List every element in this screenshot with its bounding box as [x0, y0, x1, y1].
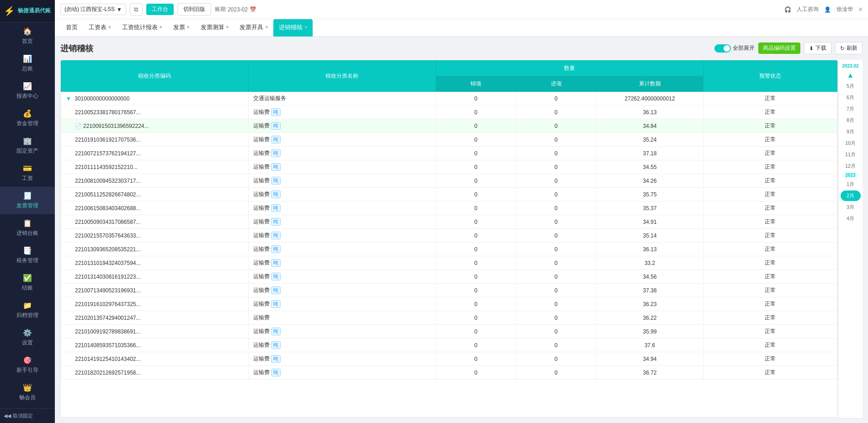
cell-purchase: 0: [516, 174, 596, 188]
expand-all-label: 全部展开: [733, 44, 755, 52]
cell-code: 2210182021269257195​8...: [61, 366, 249, 380]
home-icon: 🏠: [23, 27, 32, 36]
cell-purchase: 0: [516, 297, 596, 311]
cell-cumulative: 35.24: [596, 133, 703, 147]
member-icon: 👑: [23, 383, 32, 392]
sidebar-item-archive[interactable]: 📁 归档管理: [0, 296, 55, 324]
cell-name: 运输费 吨: [248, 297, 436, 311]
cell-purchase: 0: [516, 119, 596, 133]
tab-close-icon[interactable]: ×: [304, 25, 307, 30]
tab-sales-check[interactable]: 进销稽核 ×: [273, 19, 313, 37]
back-button[interactable]: 切到旧版: [177, 3, 211, 16]
expand-icon[interactable]: ▼: [66, 95, 71, 102]
sidebar-item-invoice[interactable]: 🧾 发票管理: [0, 187, 55, 214]
unit-tag: 吨: [271, 108, 281, 116]
cell-cumulative: 36.13: [596, 106, 703, 119]
assets-icon: 🏢: [23, 137, 32, 145]
user-name: 徐淦华: [836, 5, 853, 13]
sidebar-item-guide[interactable]: 🎯 新手引导: [0, 351, 55, 379]
cell-status: 正常: [703, 92, 837, 106]
tab-invoice[interactable]: 发票 ×: [168, 19, 195, 37]
unit-tag: 吨: [271, 177, 281, 185]
unpin-button[interactable]: ◀◀ 取消固定: [0, 408, 55, 423]
cell-cumulative: 37.18: [596, 147, 703, 160]
cell-status: 正常: [703, 106, 837, 119]
settings-button[interactable]: 商品编码设置: [758, 42, 800, 54]
calendar-month-11[interactable]: 11月: [841, 149, 861, 160]
tab-home[interactable]: 首页: [60, 19, 83, 37]
tab-close-icon[interactable]: ×: [160, 25, 162, 30]
cell-code: 2210131403081619122​3...: [61, 270, 249, 284]
table-row: 2210071349052319693​1... 运输费 吨 0 0 37.38…: [61, 284, 837, 297]
tab-close-icon[interactable]: ×: [187, 25, 190, 30]
cell-code: 2210140859357103536​6...: [61, 338, 249, 352]
refresh-label: 刷新: [847, 44, 857, 52]
tab-salary-table[interactable]: 工资表 ×: [83, 19, 117, 37]
copy-button[interactable]: ⧉: [130, 3, 143, 16]
page-actions: 全部展开 商品编码设置 ⬇ 下载 ↻ 刷新: [714, 42, 863, 54]
cell-sales: 0: [436, 188, 516, 201]
cell-name: 运输费 吨: [248, 325, 436, 338]
tab-invoice-calc[interactable]: 发票测算 ×: [195, 19, 234, 37]
close-button[interactable]: ×: [858, 5, 863, 14]
calendar-month-8[interactable]: 8月: [841, 115, 861, 126]
cell-purchase: 0: [516, 284, 596, 297]
calendar-month-7[interactable]: 7月: [841, 104, 861, 114]
calendar-up-arrow[interactable]: ▲: [846, 70, 855, 80]
purchase-icon: 📋: [23, 219, 32, 227]
tab-close-icon[interactable]: ×: [265, 25, 268, 30]
refresh-button[interactable]: ↻ 刷新: [835, 42, 863, 54]
tab-close-icon[interactable]: ×: [108, 25, 111, 30]
tab-bar: 首页 工资表 × 工资统计报表 × 发票 × 发票测算 × 发票开具 × 进销稽…: [55, 19, 868, 37]
service-icon: 🎧: [784, 6, 791, 13]
calendar-month-6[interactable]: 6月: [841, 92, 861, 103]
sidebar-item-assets[interactable]: 🏢 固定资产: [0, 132, 55, 159]
cell-name: 运输费 吨: [248, 215, 436, 229]
unit-tag: 吨: [271, 232, 281, 239]
col-sales: 销项: [436, 76, 516, 92]
calendar-month-10[interactable]: 10月: [841, 138, 861, 148]
sidebar-item-report[interactable]: 📈 报表中心: [0, 77, 55, 105]
cell-cumulative: 27262.40000000012: [596, 92, 703, 106]
table-row: 2210140859357103536​6... 运输费 吨 0 0 37.6 …: [61, 338, 837, 352]
table-row: 2210061508340340268​8... 运输费 吨 0 0 35.37…: [61, 201, 837, 215]
calendar-month-5[interactable]: 5月: [841, 81, 861, 91]
sidebar-item-capital[interactable]: 💰 资金管理: [0, 105, 55, 132]
calendar-month-9[interactable]: 9月: [841, 127, 861, 137]
cell-status: 正常: [703, 147, 837, 160]
sidebar-item-settings[interactable]: ⚙️ 设置: [0, 324, 55, 351]
cell-sales: 0: [436, 325, 516, 338]
calendar-month-12[interactable]: 12月: [841, 161, 861, 171]
tab-invoice-open[interactable]: 发票开具 ×: [234, 19, 273, 37]
calendar-month-3[interactable]: 3月: [841, 202, 861, 212]
sidebar-item-ledger[interactable]: 📊 总账: [0, 50, 55, 77]
download-label: 下载: [815, 44, 826, 52]
calendar-month-2-active[interactable]: 2月: [841, 190, 861, 201]
toggle-switch[interactable]: [714, 44, 731, 53]
calendar-month-4[interactable]: 4月: [841, 213, 861, 224]
company-selector[interactable]: (勿动) 江西报宝-LSS ▼: [60, 4, 126, 15]
sidebar-item-home[interactable]: 🏠 首页: [0, 22, 55, 50]
col-quantity: 数量: [436, 61, 703, 76]
sidebar-item-member[interactable]: 👑 畅会员: [0, 379, 55, 406]
tab-close-icon[interactable]: ×: [226, 25, 229, 30]
sidebar-item-purchase[interactable]: 📋 进销台账: [0, 214, 55, 242]
calendar-month-1[interactable]: 1月: [841, 179, 861, 190]
cell-purchase: 0: [516, 325, 596, 338]
sidebar-item-account[interactable]: ✅ 结账: [0, 269, 55, 296]
cell-name: 运输费 吨: [248, 188, 436, 201]
tab-salary-report[interactable]: 工资统计报表 ×: [117, 19, 168, 37]
cell-status: 正常: [703, 284, 837, 297]
sidebar-item-tax[interactable]: 📑 税务管理: [0, 242, 55, 269]
sidebar-item-salary[interactable]: 💳 工资: [0, 159, 55, 187]
cell-cumulative: 37.6: [596, 338, 703, 352]
workbench-button[interactable]: 工作台: [146, 4, 174, 15]
cell-code: 2210071349052319693​1...: [61, 284, 249, 297]
download-button[interactable]: ⬇ 下载: [804, 42, 831, 54]
expand-all-toggle[interactable]: 全部展开: [714, 44, 755, 53]
data-table: 税收分类编码 税收分类名称 数量 预警状态 销项 进项 累计数额: [61, 60, 837, 380]
service-label[interactable]: 人工咨询: [797, 5, 819, 13]
settings-icon: ⚙️: [23, 328, 32, 337]
cell-purchase: 0: [516, 243, 596, 256]
page-title: 进销稽核: [60, 43, 93, 54]
